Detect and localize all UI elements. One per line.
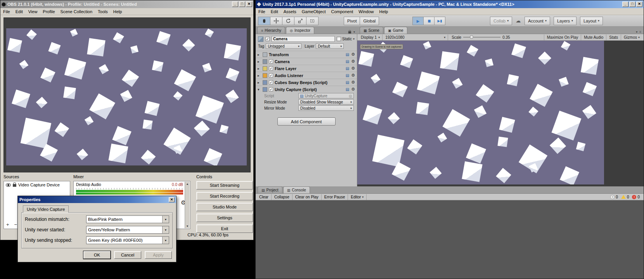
step-button[interactable]: ▶▮ [434,17,445,25]
console-log-area[interactable] [256,200,644,279]
scroll-up-icon[interactable]: ▲ [186,183,189,185]
scale-tool-button[interactable] [294,17,306,25]
obs-titlebar[interactable]: OBS 21.0.1 (64bit, windows) - Profile: U… [0,0,253,8]
expand-icon[interactable]: ▸ [258,53,261,57]
console-warning-count[interactable]: 0 [621,195,629,199]
component-transform[interactable]: ▸Transform▤⚙ [256,51,357,58]
tab-inspector[interactable]: ◎Inspector [286,27,314,34]
collab-button[interactable]: Collab▾ [490,17,512,25]
expand-icon[interactable]: ▸ [258,60,261,64]
game-maximize-on-play-button[interactable]: Maximize On Play [544,34,581,40]
layers-button[interactable]: Layers▾ [554,17,576,25]
gear-icon[interactable]: ⚙ [351,87,355,92]
remove-source-button[interactable]: − [14,222,17,227]
console-editor-button[interactable]: Editor▾ [348,194,367,200]
scale-slider[interactable] [463,37,500,38]
game-render-surface[interactable]: Drawing in Scene is not captured [357,41,604,184]
dialog-close-button[interactable]: ✕ [169,197,175,202]
expand-icon[interactable]: ▸ [258,74,261,78]
help-icon[interactable]: ▤ [346,87,349,91]
component-camera[interactable]: ▸✓Camera▤⚙ [256,58,357,65]
game-mute-audio-button[interactable]: Mute Audio [581,34,606,40]
help-icon[interactable]: ▤ [346,73,349,78]
game-gizmos-button[interactable]: Gizmos▾ [621,34,642,40]
global-toggle-button[interactable]: Global [360,17,379,25]
rotate-tool-button[interactable] [282,17,294,25]
obs-menu-help[interactable]: Help [111,9,125,15]
account-button[interactable]: Account▾ [525,17,550,25]
unity-menu-gameobject[interactable]: GameObject [299,9,329,15]
collapse-icon[interactable]: ▾ [258,88,261,91]
unity-menu-assets[interactable]: Assets [281,9,299,15]
obs-start-recording-button[interactable]: Start Recording [196,192,253,200]
obs-video-preview[interactable] [6,28,247,165]
component-unity-capture-script[interactable]: ▾✓Unity Capture (Script)▤⚙ [256,86,357,93]
pause-button[interactable]: ▮▮ [423,17,435,25]
move-tool-button[interactable] [270,17,282,25]
obs-studio-mode-button[interactable]: Studio Mode [196,203,253,211]
visibility-eye-icon[interactable] [6,183,11,187]
obs-menu-edit[interactable]: Edit [13,9,26,15]
resize-mode-dropdown[interactable]: Disabled Show Message▾ [298,99,354,105]
lock-icon[interactable] [13,184,16,187]
tab-project[interactable]: ▤Project [258,186,282,193]
console-clear-button[interactable]: Clear [256,194,272,200]
add-source-button[interactable]: + [6,222,9,227]
static-toggle[interactable]: Static ▾ [337,37,355,41]
expand-icon[interactable]: ▸ [258,67,261,71]
help-icon[interactable]: ▤ [346,80,349,84]
tab-hierarchy[interactable]: ≡Hierarchy [257,27,285,34]
obs-minimize-button[interactable]: _ [232,2,238,7]
game-stats-button[interactable]: Stats [606,34,621,40]
dropdown-arrow-icon[interactable]: ▼ [162,237,169,244]
dialog-apply-button[interactable]: Apply [145,251,172,259]
unity-titlebar[interactable]: Unity 2017.3.1p1 Personal (64bit) - Unit… [256,0,644,8]
layout-button[interactable]: Layout▾ [580,17,603,25]
dialog-cancel-button[interactable]: Cancel [114,251,141,259]
unity-menu-component[interactable]: Component [328,9,356,15]
component-cubes-sway-beeps-script[interactable]: ▸✓Cubes Sway Beeps (Script)▤⚙ [256,79,357,86]
dialog-titlebar[interactable]: Properties ✕ [18,196,176,203]
dropdown-arrow-icon[interactable]: ▼ [162,226,169,233]
tab-scene[interactable]: ▦Scene [360,27,383,34]
component-enabled-checkbox[interactable]: ✓ [269,73,273,78]
obs-menu-file[interactable]: File [0,9,13,15]
add-component-button[interactable]: Add Component [277,117,336,126]
dropdown-arrow-icon[interactable]: ▼ [162,216,169,223]
obs-start-streaming-button[interactable]: Start Streaming [196,181,253,189]
component-enabled-checkbox[interactable]: ✓ [269,87,273,91]
gameobject-name-field[interactable]: Camera [272,36,335,42]
console-info-count[interactable]: !0 [610,195,618,199]
pivot-toggle-button[interactable]: Pivot [344,17,360,25]
component-audio-listener[interactable]: ▸✓Audio Listener▤⚙ [256,72,357,79]
console-collapse-button[interactable]: Collapse [272,194,293,200]
gear-icon[interactable]: ⚙ [351,52,355,57]
dialog-tab-unity-video-capture[interactable]: Unity Video Capture [23,205,69,213]
tab-console[interactable]: ▥Console [283,186,310,193]
unity-menu-file[interactable]: File [256,9,268,15]
unity-menu-edit[interactable]: Edit [268,9,281,15]
gear-icon[interactable]: ⚙ [351,59,355,64]
panel-list-icon[interactable]: ≡ [639,30,641,34]
gameobject-active-checkbox[interactable]: ✓ [265,37,270,41]
obs-menu-view[interactable]: View [26,9,40,15]
static-checkbox[interactable] [337,37,341,41]
rect-tool-button[interactable] [306,17,319,25]
panel-menu-icon[interactable]: ▾ [353,30,355,34]
source-item-video-capture-device[interactable]: Video Capture Device [4,181,70,188]
obs-maximize-button[interactable]: □ [239,2,245,7]
gear-icon[interactable]: ⚙ [351,66,355,71]
unity-minimize-button[interactable]: _ [622,2,628,7]
scale-slider-knob[interactable] [470,35,473,39]
display-dropdown[interactable]: Display 1▾ [358,34,383,40]
script-object-field[interactable]: ▤ UnityCapture ◎ [298,93,354,98]
component-flare-layer[interactable]: ▸✓Flare Layer▤⚙ [256,65,357,72]
dialog-unity-sending-stopped-dropdown[interactable]: Green Key (RGB #00FE00)▼ [86,236,169,244]
component-enabled-checkbox[interactable]: ✓ [269,66,273,71]
obs-close-button[interactable]: ✕ [246,2,252,7]
console-error-pause-button[interactable]: Error Pause [322,194,348,200]
console-error-count[interactable]: !0 [632,195,640,199]
scroll-down-icon[interactable]: ▼ [186,225,189,227]
obs-menu-scene-collection[interactable]: Scene Collection [58,9,95,15]
resolution-dropdown[interactable]: 1920x1080▾ [383,34,448,40]
